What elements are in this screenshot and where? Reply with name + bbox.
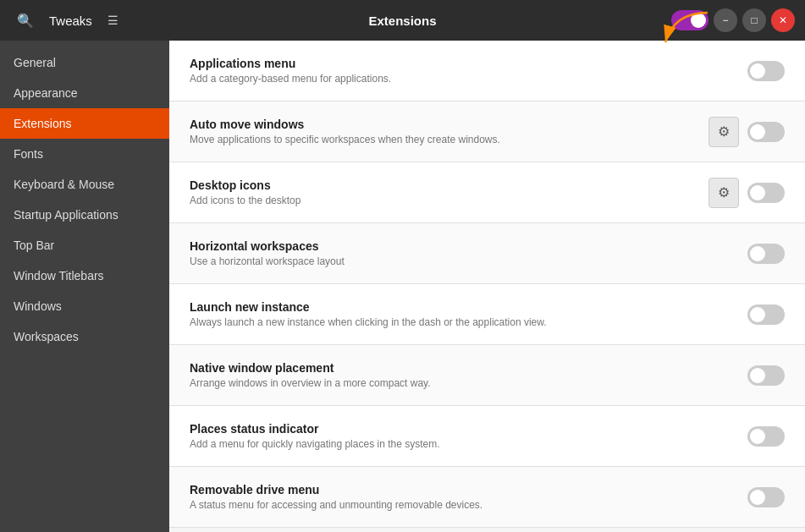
extension-row-launch-new-instance: Launch new instanceAlways launch a new i… [169,284,805,345]
maximize-button[interactable]: □ [742,8,766,32]
toggle-native-window-placement[interactable] [747,365,785,386]
titlebar-center: Extensions [179,14,626,28]
ext-desc-native-window-placement: Arrange windows in overview in a more co… [190,377,747,389]
ext-info-auto-move-windows: Auto move windowsMove applications to sp… [190,118,709,145]
extension-row-applications-menu: Applications menuAdd a category-based me… [169,41,805,101]
ext-controls-places-status-indicator [747,426,785,447]
sidebar-item-top-bar[interactable]: Top Bar [0,230,169,261]
ext-info-launch-new-instance: Launch new instanceAlways launch a new i… [190,300,747,328]
ext-title-launch-new-instance: Launch new instance [190,300,747,314]
ext-title-applications-menu: Applications menu [190,57,747,70]
sidebar-item-fonts[interactable]: Fonts [0,139,169,169]
toggle-places-status-indicator[interactable] [747,426,785,447]
ext-desc-applications-menu: Add a category-based menu for applicatio… [190,73,747,85]
ext-info-horizontal-workspaces: Horizontal workspacesUse a horizontal wo… [190,239,747,267]
sidebar-item-appearance[interactable]: Appearance [0,78,169,108]
ext-title-auto-move-windows: Auto move windows [190,118,709,131]
window-title: Extensions [368,14,436,28]
sidebar-item-window-titlebars[interactable]: Window Titlebars [0,261,169,291]
ext-controls-native-window-placement [747,365,785,386]
main-layout: General Appearance Extensions Fonts Keyb… [0,41,805,532]
sidebar: General Appearance Extensions Fonts Keyb… [0,41,169,532]
ext-controls-removable-drive-menu [747,487,785,507]
ext-title-places-status-indicator: Places status indicator [190,422,747,436]
ext-title-desktop-icons: Desktop icons [190,178,709,192]
search-button[interactable]: 🔍 [10,9,41,32]
sidebar-item-workspaces[interactable]: Workspaces [0,321,169,352]
toggle-auto-move-windows[interactable] [747,122,785,142]
extension-row-native-window-placement: Native window placementArrange windows i… [169,345,805,406]
ext-info-native-window-placement: Native window placementArrange windows i… [190,361,747,389]
extension-row-auto-move-windows: Auto move windowsMove applications to sp… [169,101,805,162]
toggle-desktop-icons[interactable] [747,183,785,203]
ext-info-applications-menu: Applications menuAdd a category-based me… [190,57,747,85]
ext-info-desktop-icons: Desktop iconsAdd icons to the desktop [190,178,709,206]
sidebar-item-startup-applications[interactable]: Startup Applications [0,200,169,230]
gear-button-desktop-icons[interactable]: ⚙ [709,178,739,208]
ext-desc-places-status-indicator: Add a menu for quickly navigating places… [190,438,747,450]
sidebar-item-keyboard-mouse[interactable]: Keyboard & Mouse [0,169,169,200]
ext-desc-launch-new-instance: Always launch a new instance when clicki… [190,316,747,328]
ext-controls-auto-move-windows: ⚙ [709,117,785,147]
ext-title-native-window-placement: Native window placement [190,361,747,375]
ext-info-removable-drive-menu: Removable drive menuA status menu for ac… [190,483,747,511]
extension-row-places-status-indicator: Places status indicatorAdd a menu for qu… [169,406,805,467]
titlebar-right: − □ ✕ [626,8,795,32]
extension-row-desktop-icons: Desktop iconsAdd icons to the desktop⚙ [169,162,805,223]
ext-desc-removable-drive-menu: A status menu for accessing and unmounti… [190,499,747,511]
ext-controls-applications-menu [747,61,785,81]
ext-title-removable-drive-menu: Removable drive menu [190,483,747,496]
toggle-horizontal-workspaces[interactable] [747,244,785,264]
ext-controls-desktop-icons: ⚙ [709,178,785,208]
ext-desc-horizontal-workspaces: Use a horizontal workspace layout [190,255,747,267]
ext-controls-launch-new-instance [747,304,785,325]
ext-controls-horizontal-workspaces [747,244,785,264]
minimize-button[interactable]: − [714,8,737,32]
titlebar: 🔍 Tweaks ☰ Extensions − □ ✕ [0,0,805,41]
sidebar-item-general[interactable]: General [0,47,169,78]
gear-button-auto-move-windows[interactable]: ⚙ [709,117,739,147]
global-extensions-toggle[interactable] [671,10,709,30]
ext-desc-auto-move-windows: Move applications to specific workspaces… [190,134,709,145]
app-title: Tweaks [49,14,92,28]
ext-info-places-status-indicator: Places status indicatorAdd a menu for qu… [190,422,747,450]
menu-button[interactable]: ☰ [101,10,125,30]
extensions-content: Applications menuAdd a category-based me… [169,41,805,532]
close-button[interactable]: ✕ [771,8,795,32]
toggle-applications-menu[interactable] [747,61,785,81]
sidebar-item-extensions[interactable]: Extensions [0,108,169,139]
titlebar-left: 🔍 Tweaks ☰ [10,9,179,32]
ext-title-horizontal-workspaces: Horizontal workspaces [190,239,747,253]
extension-row-horizontal-workspaces: Horizontal workspacesUse a horizontal wo… [169,223,805,284]
toggle-removable-drive-menu[interactable] [747,487,785,507]
sidebar-item-windows[interactable]: Windows [0,291,169,321]
toggle-launch-new-instance[interactable] [747,304,785,325]
ext-desc-desktop-icons: Add icons to the desktop [190,195,709,206]
extension-row-removable-drive-menu: Removable drive menuA status menu for ac… [169,467,805,528]
